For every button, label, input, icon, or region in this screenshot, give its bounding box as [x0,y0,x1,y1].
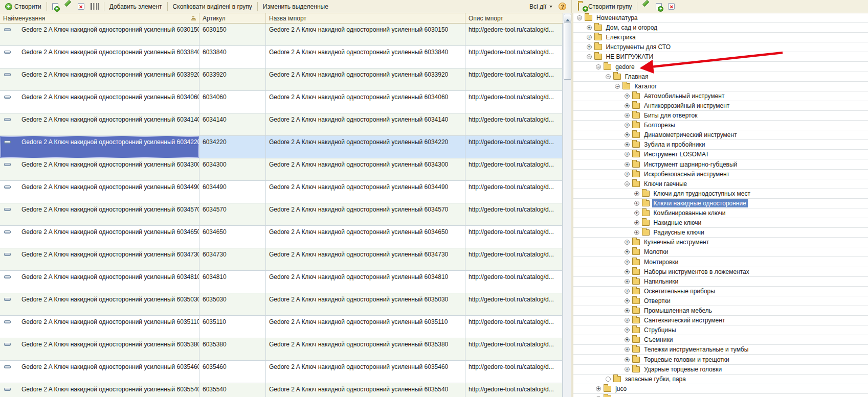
expand-icon[interactable] [625,162,630,167]
column-header-import-name[interactable]: Назва імпорт [266,13,465,23]
tree-item[interactable]: juco [573,384,868,394]
tree-item[interactable]: Монтировки [573,258,868,267]
table-row[interactable]: Gedore 2 A Ключ накидной односторонний у… [0,316,563,338]
table-row[interactable]: Gedore 2 A Ключ накидной односторонний у… [0,226,563,248]
copy-item-button[interactable] [49,2,61,12]
table-row[interactable]: Gedore 2 A Ключ накидной односторонний у… [0,46,563,68]
tree-item[interactable]: Отвертки [573,296,868,306]
tree-item[interactable]: Зубила и пробойники [573,140,868,150]
tree-item[interactable]: Радиусные ключи [573,228,868,238]
tree-item[interactable]: Напильники [573,277,868,287]
expand-icon[interactable] [625,269,630,274]
expand-icon[interactable] [625,172,630,177]
table-row[interactable]: Gedore 2 A Ключ накидной односторонний у… [0,293,563,316]
copy-selected-to-group-button[interactable]: Скопіювати виділені в групу [170,2,255,12]
tree-item[interactable]: Съемники [573,335,868,345]
tree-item[interactable]: Промышленная мебель [573,306,868,316]
tree-item[interactable]: Ударные торцевые головки [573,365,868,375]
delete-group-button[interactable] [665,2,678,11]
expand-icon[interactable] [625,152,630,157]
expand-icon[interactable] [625,123,630,128]
tree-item[interactable]: запасные губки, пара [573,375,868,384]
expand-icon[interactable] [625,142,630,147]
expand-icon[interactable] [625,249,630,254]
column-header-name[interactable]: Найменування [0,13,199,23]
tree-item[interactable]: Молотки [573,247,868,257]
tree-item[interactable]: Антикоррозийный инструмент [573,101,868,111]
expand-icon[interactable] [634,211,639,216]
table-row[interactable]: Gedore 2 A Ключ накидной односторонний у… [0,383,563,397]
collapse-icon[interactable] [606,74,611,79]
tree-item[interactable]: Каталог [573,82,868,91]
all-actions-dropdown[interactable]: Всі дії [526,2,555,12]
tree-item[interactable]: Торцевые головки и трещотки [573,355,868,365]
create-group-button[interactable]: Створити групу [575,2,635,12]
expand-icon[interactable] [587,25,592,30]
expand-icon[interactable] [625,94,630,99]
tree-item[interactable]: Номенклатура [573,13,868,23]
expand-icon[interactable] [625,357,630,362]
collapse-icon[interactable] [625,181,630,186]
tree-item[interactable] [573,394,868,397]
tree-item[interactable]: Искробезопасный инструмент [573,170,868,179]
expand-icon[interactable] [625,240,630,245]
expand-icon[interactable] [625,347,630,352]
expand-icon[interactable] [587,35,592,40]
table-row[interactable]: Gedore 2 A Ключ накидной односторонний у… [0,113,563,136]
tree-item[interactable]: Главная [573,72,868,82]
tree-item[interactable]: Кузнечный инструмент [573,238,868,247]
tree-item[interactable]: Инструменты для СТО [573,42,868,52]
table-row[interactable]: Gedore 2 A Ключ накидной односторонний у… [0,24,563,46]
tree-item[interactable]: Струбцины [573,325,868,335]
collapse-icon[interactable] [596,64,601,69]
tree-item[interactable]: Болторезы [573,121,868,130]
table-row[interactable]: Gedore 2 A Ключ накидной односторонний у… [0,91,563,113]
expand-icon[interactable] [625,260,630,265]
expand-icon[interactable] [625,132,630,137]
tree-item[interactable]: Електрика [573,33,868,42]
tree-item[interactable]: Сантехнический инструмент [573,316,868,325]
expand-icon[interactable] [625,289,630,294]
scrollbar-thumb[interactable] [564,22,571,80]
tree-item[interactable]: Тележки инструментальные и тумбы [573,345,868,355]
edit-item-button[interactable] [61,2,75,12]
collapse-icon[interactable] [577,15,582,20]
column-header-import-desc[interactable]: Опис імпорт [465,13,563,23]
expand-icon[interactable] [625,279,630,284]
expand-icon[interactable] [625,308,630,313]
expand-icon[interactable] [634,201,639,206]
tree-item[interactable]: Ключи гаечные [573,179,868,189]
add-element-button[interactable]: Добавить элемент [106,2,165,12]
tree-item[interactable]: Дом, сад и огород [573,23,868,33]
tree-item[interactable]: Инструмент LOSOMAT [573,150,868,159]
collapse-icon[interactable] [615,84,620,89]
expand-icon[interactable] [625,337,630,342]
expand-icon[interactable] [625,103,630,108]
table-row[interactable]: Gedore 2 A Ключ накидной односторонний у… [0,68,563,91]
expand-icon[interactable] [625,367,630,372]
table-row[interactable]: Gedore 2 A Ключ накидной односторонний у… [0,248,563,271]
expand-icon[interactable] [587,44,592,50]
expand-icon[interactable] [634,191,639,196]
help-button[interactable] [555,1,569,12]
create-button[interactable]: Створити [2,2,44,12]
copy-group-button[interactable] [653,2,665,12]
delete-item-button[interactable] [75,2,87,11]
tree-item[interactable]: Биты для отверток [573,111,868,121]
table-row[interactable]: Gedore 2 A Ключ накидной односторонний у… [0,203,563,226]
edit-selected-button[interactable]: Изменить выделенные [260,2,331,12]
table-row[interactable]: Gedore 2 A Ключ накидной односторонний у… [0,338,563,361]
edit-group-button[interactable] [639,2,653,12]
tree-item[interactable]: Осветительные приборы [573,287,868,296]
collapse-icon[interactable] [587,54,592,59]
table-row[interactable]: Gedore 2 A Ключ накидной односторонний у… [0,158,563,181]
table-row[interactable]: Gedore 2 A Ключ накидной односторонний у… [0,136,563,158]
expand-icon[interactable] [634,220,639,225]
scroll-up-button[interactable] [564,14,571,21]
tree-item[interactable]: Динамометрический инструмент [573,130,868,140]
tree-item[interactable]: Комбинированные ключи [573,208,868,218]
tree-item-selected[interactable]: Ключи накидные односторонние [573,199,868,208]
tree-item[interactable]: Автомобильный инструмент [573,91,868,101]
table-row[interactable]: Gedore 2 A Ключ накидной односторонний у… [0,361,563,383]
expand-icon[interactable] [625,328,630,333]
